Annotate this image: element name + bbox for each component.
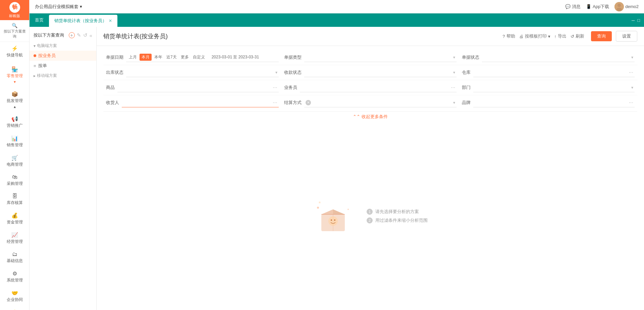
panel-collapse-btn[interactable]: « bbox=[90, 33, 92, 38]
receive-status-select[interactable]: ▾ bbox=[304, 68, 457, 77]
sidebar-item-wholesale[interactable]: 📦 批发管理 ▴ bbox=[0, 88, 29, 112]
staff-dots-icon[interactable]: ··· bbox=[451, 85, 455, 91]
user-profile[interactable]: demo2 bbox=[614, 2, 639, 11]
operations-label: 经营管理 bbox=[7, 239, 23, 245]
by-order-label: 按单 bbox=[38, 63, 47, 69]
app-download-action[interactable]: 📱 App下载 bbox=[586, 4, 609, 10]
message-action[interactable]: 💬 消息 bbox=[565, 4, 581, 10]
sidebar-item-sales[interactable]: 📊 销售管理 bbox=[0, 132, 29, 151]
ecommerce-icon: 🛒 bbox=[11, 155, 18, 161]
system-icon: ⚙ bbox=[12, 270, 17, 277]
breadcrumb-dropdown[interactable]: 办公用品行业模拟账套 ▾ bbox=[35, 4, 82, 10]
query-button[interactable]: 查询 bbox=[591, 31, 612, 41]
sidebar-item-marketing[interactable]: 📢 营销推广 bbox=[0, 112, 29, 132]
dept-chevron-icon: ▾ bbox=[631, 85, 633, 90]
filter-goods: 商品 ··· bbox=[103, 82, 281, 93]
sidebar-search[interactable]: 🔍 按以下方案查询 bbox=[0, 20, 29, 42]
sidebar-item-operations[interactable]: 📈 经营管理 bbox=[0, 228, 29, 248]
panel-header: 按以下方案查询 + ✎ ↺ « bbox=[30, 30, 96, 41]
setup-button[interactable]: 设置 bbox=[616, 31, 637, 42]
brand-field[interactable]: ··· bbox=[473, 98, 635, 107]
sidebar-item-retail[interactable]: 🏪 零售管理 ▾ bbox=[0, 63, 29, 88]
app-logo: 畅 标账版 bbox=[0, 0, 30, 20]
left-panel: 按以下方案查询 + ✎ ↺ « ▾ 电脑端方案 按业务员 ≡ 按单 bbox=[30, 27, 97, 310]
print-chevron-icon: ▾ bbox=[548, 34, 550, 39]
marketing-label: 营销推广 bbox=[7, 123, 23, 128]
sidebar: 畅 标账版 🔍 按以下方案查询 ⚡ 快捷导航 🏪 零售管理 ▾ 📦 批发管理 ▴… bbox=[0, 0, 30, 310]
step-2-icon: 2 bbox=[367, 217, 373, 223]
purchase-icon: 🛍 bbox=[12, 174, 17, 180]
tab-close-icon[interactable]: ✕ bbox=[109, 18, 112, 23]
refresh-btn[interactable]: ↺ 刷新 bbox=[571, 33, 584, 39]
panel-add-btn[interactable]: + bbox=[69, 32, 75, 38]
doc-status-select[interactable]: ▾ bbox=[482, 53, 635, 62]
filter-settlement: 结算方式 ✕ ▾ bbox=[281, 97, 460, 108]
shortcut-icon: ⚡ bbox=[11, 45, 18, 52]
warehouse-dots-icon[interactable]: ··· bbox=[629, 69, 633, 75]
date-tab-last7[interactable]: 近7天 bbox=[165, 54, 178, 61]
inventory-label: 库存核算 bbox=[7, 200, 23, 206]
collapse-arrow-icon: ⌃⌃ bbox=[353, 114, 360, 119]
panel-item-by-order[interactable]: ≡ 按单 bbox=[30, 61, 96, 71]
tab-sales-report[interactable]: 销货单统计表（按业务员） ✕ bbox=[49, 15, 117, 27]
help-btn[interactable]: ? 帮助 bbox=[502, 33, 515, 39]
receiver-dots-icon[interactable]: ··· bbox=[273, 100, 277, 106]
sidebar-item-ecommerce[interactable]: 🛒 电商管理 bbox=[0, 151, 29, 171]
panel-item-by-staff[interactable]: 按业务员 bbox=[30, 51, 96, 61]
goods-dots-icon[interactable]: ··· bbox=[273, 85, 277, 91]
svg-point-13 bbox=[334, 219, 335, 221]
template-print-btn[interactable]: 🖨 按模板打印 ▾ bbox=[519, 33, 550, 39]
tab-home[interactable]: 首页 bbox=[30, 13, 49, 27]
brand-dots-icon[interactable]: ··· bbox=[629, 100, 633, 106]
settlement-clear-icon[interactable]: ✕ bbox=[306, 100, 311, 105]
system-label: 系统管理 bbox=[7, 277, 23, 283]
sidebar-item-base[interactable]: 🗂 基础信息 bbox=[0, 248, 29, 267]
doc-type-select[interactable]: ▾ bbox=[304, 53, 457, 62]
svg-point-1 bbox=[618, 4, 621, 7]
date-tab-last-month[interactable]: 上月 bbox=[127, 54, 138, 61]
panel-edit-btn[interactable]: ✎ bbox=[77, 32, 81, 38]
maximize-icon[interactable]: □ bbox=[637, 18, 640, 23]
mobile-expand-icon[interactable]: ▸ bbox=[34, 73, 36, 78]
dept-label: 部门 bbox=[462, 85, 471, 91]
sidebar-item-finance[interactable]: 💰 资金管理 bbox=[0, 209, 29, 228]
tab-window-controls: ─ □ bbox=[632, 18, 644, 23]
print-icon: 🖨 bbox=[519, 34, 524, 39]
sidebar-item-shortcut[interactable]: ⚡ 快捷导航 bbox=[0, 42, 29, 61]
date-field[interactable]: 上月 本月 本年 近7天 更多 自定义 2023-03-01 至 2023-03… bbox=[126, 53, 279, 62]
dept-select[interactable]: ▾ bbox=[473, 83, 635, 92]
cooperation-icon: 🤝 bbox=[11, 290, 18, 296]
collapse-filters-btn[interactable]: ⌃⌃ 收起更多条件 bbox=[103, 111, 637, 122]
shortcut-label: 快捷导航 bbox=[7, 52, 23, 58]
sidebar-item-inventory[interactable]: 🗄 库存核算 bbox=[0, 190, 29, 209]
sidebar-item-purchase[interactable]: 🛍 采购管理 bbox=[0, 171, 29, 190]
sidebar-item-cooperation[interactable]: 🤝 企业协同 bbox=[0, 287, 29, 306]
sidebar-item-system[interactable]: ⚙ 系统管理 bbox=[0, 267, 29, 287]
svg-point-12 bbox=[331, 219, 332, 221]
date-tab-custom[interactable]: 自定义 bbox=[192, 54, 206, 61]
out-status-select[interactable]: ▾ bbox=[126, 68, 279, 77]
filter-dept: 部门 ▾ bbox=[459, 82, 637, 93]
svg-point-2 bbox=[616, 8, 622, 11]
staff-field[interactable]: ··· bbox=[300, 83, 457, 92]
right-main: 销货单统计表(按业务员) ? 帮助 🖨 按模板打印 ▾ ↑ 导出 bbox=[97, 27, 644, 310]
export-label: 导出 bbox=[558, 33, 567, 39]
date-tabs: 上月 本月 本年 近7天 更多 自定义 bbox=[127, 54, 206, 61]
date-tab-this-year[interactable]: 本年 bbox=[153, 54, 164, 61]
warehouse-field[interactable]: ··· bbox=[473, 68, 635, 77]
tab-bar: 首页 销货单统计表（按业务员） ✕ ─ □ bbox=[30, 13, 644, 27]
receiver-field[interactable]: ··· bbox=[122, 98, 279, 107]
page-title: 销货单统计表(按业务员) bbox=[103, 32, 168, 40]
date-tab-this-month[interactable]: 本月 bbox=[140, 54, 152, 61]
retail-label: 零售管理 bbox=[7, 73, 23, 79]
sidebar-item-newguide[interactable]: 🌟 新手引导 bbox=[0, 306, 29, 310]
empty-step-2: 2 用过滤条件来缩小分析范围 bbox=[367, 217, 428, 223]
expand-arrow-icon[interactable]: ▾ bbox=[34, 44, 36, 48]
goods-field[interactable]: ··· bbox=[117, 83, 279, 92]
settlement-select[interactable]: ✕ ▾ bbox=[304, 98, 457, 107]
panel-refresh-btn[interactable]: ↺ bbox=[83, 32, 88, 38]
minimize-icon[interactable]: ─ bbox=[632, 18, 635, 23]
export-btn[interactable]: ↑ 导出 bbox=[554, 33, 567, 39]
app-download-icon: 📱 bbox=[586, 4, 591, 9]
date-tab-more[interactable]: 更多 bbox=[179, 54, 190, 61]
